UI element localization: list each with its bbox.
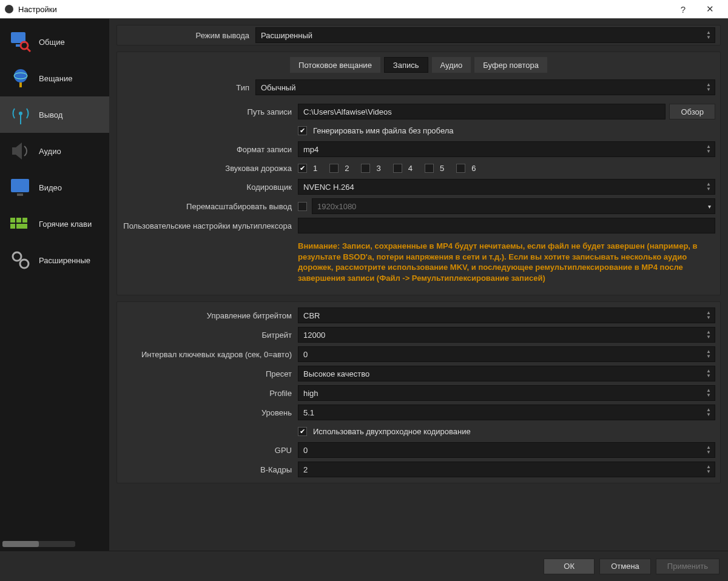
rec-path-label: Путь записи: [122, 107, 298, 116]
level-label: Уровень: [122, 408, 298, 417]
svg-point-4: [14, 69, 27, 82]
track-3-checkbox[interactable]: [361, 164, 370, 173]
recording-panel: Потоковое вещание Запись Аудио Буфер пов…: [116, 52, 721, 295]
rec-format-label: Формат записи: [122, 145, 298, 154]
updown-icon: ▲▼: [704, 28, 713, 42]
svg-rect-12: [16, 218, 21, 223]
sidebar-item-video[interactable]: Видео: [0, 169, 109, 206]
tab-replay-buffer[interactable]: Буфер повтора: [474, 57, 547, 73]
svg-rect-11: [10, 218, 15, 223]
rec-rescale-label: Перемасштабировать вывод: [122, 202, 298, 211]
svg-point-17: [20, 260, 29, 268]
keyint-input[interactable]: 0▲▼: [298, 346, 715, 362]
rec-type-label: Тип: [122, 83, 255, 92]
svg-point-16: [13, 252, 21, 261]
bframes-input[interactable]: 2▲▼: [298, 462, 715, 477]
rec-mux-input[interactable]: [298, 218, 715, 233]
level-combo[interactable]: 5.1▲▼: [298, 405, 715, 420]
content: Режим вывода Расширенный ▲▼ Потоковое ве…: [109, 19, 728, 551]
sidebar-item-label: Видео: [39, 183, 62, 192]
sidebar-item-label: Расширенные: [39, 256, 90, 265]
track-2-checkbox[interactable]: [329, 164, 339, 173]
rec-type-combo[interactable]: Обычный▲▼: [255, 79, 715, 95]
apply-button[interactable]: Применить: [656, 559, 720, 574]
sidebar-item-hotkeys[interactable]: Горячие клави: [0, 206, 109, 242]
preset-label: Пресет: [122, 369, 298, 378]
svg-rect-13: [22, 218, 27, 223]
rec-rescale-combo[interactable]: 1920x1080▾: [312, 198, 715, 214]
monitor-icon: [6, 175, 35, 200]
cancel-button[interactable]: Отмена: [599, 559, 651, 574]
sidebar-item-label: Вывод: [39, 110, 62, 119]
close-button[interactable]: ✕: [696, 4, 723, 15]
encoder-panel: Управление битрейтом CBR▲▼ Битрейт 12000…: [116, 301, 721, 483]
browse-button[interactable]: Обзор: [669, 104, 715, 119]
output-mode-label: Режим вывода: [122, 31, 255, 40]
twopass-checkbox[interactable]: [298, 427, 307, 436]
svg-point-7: [19, 112, 22, 115]
sidebar-item-label: Аудио: [39, 147, 61, 156]
title-bar: Настройки ? ✕: [0, 0, 728, 18]
tab-streaming[interactable]: Потоковое вещание: [290, 57, 380, 73]
sidebar-item-label: Вещание: [39, 74, 73, 83]
svg-rect-9: [11, 179, 29, 192]
svg-rect-6: [19, 82, 22, 87]
mp4-warning: Внимание: Записи, сохраненные в MP4 буду…: [298, 237, 715, 289]
sidebar-item-output[interactable]: Вывод: [0, 96, 109, 133]
bitrate-input[interactable]: 12000▲▼: [298, 327, 715, 343]
rec-format-combo[interactable]: mp4▲▼: [298, 141, 715, 157]
antenna-icon: [6, 102, 35, 127]
sidebar-scrollbar[interactable]: [2, 541, 75, 547]
tab-audio[interactable]: Аудио: [432, 57, 471, 73]
dialog-footer: ОК Отмена Применить: [0, 551, 728, 581]
rec-encoder-combo[interactable]: NVENC H.264▲▼: [298, 179, 715, 195]
bframes-label: B-Кадры: [122, 465, 298, 474]
sidebar-item-stream[interactable]: Вещание: [0, 60, 109, 96]
svg-rect-14: [10, 224, 15, 229]
track-4-checkbox[interactable]: [393, 164, 402, 173]
rate-combo[interactable]: CBR▲▼: [298, 307, 715, 323]
gpu-label: GPU: [122, 446, 298, 455]
app-icon: [5, 5, 13, 13]
chevron-down-icon: ▾: [708, 203, 711, 210]
twopass-label: Использовать двухпроходное кодирование: [313, 427, 471, 436]
svg-rect-10: [17, 193, 23, 196]
ok-button[interactable]: ОК: [544, 559, 595, 574]
tab-recording[interactable]: Запись: [384, 57, 428, 73]
globe-broadcast-icon: [6, 66, 35, 90]
sidebar-item-advanced[interactable]: Расширенные: [0, 242, 109, 278]
sidebar-item-label: Горячие клави: [39, 220, 92, 229]
track-1-checkbox[interactable]: [298, 164, 307, 173]
keyboard-icon: [6, 212, 35, 236]
rec-path-input[interactable]: C:\Users\Alfawise\Videos: [298, 104, 666, 119]
output-tabs: Потоковое вещание Запись Аудио Буфер пов…: [117, 52, 720, 78]
nospace-label: Генерировать имя файла без пробела: [313, 126, 454, 135]
nospace-checkbox[interactable]: [298, 126, 307, 135]
gears-icon: [6, 248, 35, 272]
rec-mux-label: Пользовательские настройки мультиплексор…: [122, 221, 298, 230]
keyint-label: Интервал ключевых кадров (сек, 0=авто): [122, 350, 298, 359]
track-6-checkbox[interactable]: [456, 164, 465, 173]
speaker-icon: [6, 139, 35, 163]
svg-line-3: [27, 48, 30, 52]
monitor-search-icon: [6, 30, 35, 54]
rec-rescale-checkbox[interactable]: [298, 202, 307, 211]
output-mode-panel: Режим вывода Расширенный ▲▼: [116, 25, 721, 45]
sidebar-item-general[interactable]: Общие: [0, 24, 109, 60]
bitrate-label: Битрейт: [122, 331, 298, 340]
gpu-input[interactable]: 0▲▼: [298, 442, 715, 458]
sidebar-item-label: Общие: [39, 38, 65, 47]
profile-label: Profile: [122, 389, 298, 398]
sidebar: Общие Вещание Вывод Аудио Видео: [0, 19, 109, 551]
output-mode-combo[interactable]: Расширенный ▲▼: [255, 27, 715, 43]
help-button[interactable]: ?: [670, 4, 696, 15]
profile-combo[interactable]: high▲▼: [298, 385, 715, 401]
sidebar-item-audio[interactable]: Аудио: [0, 133, 109, 169]
rec-encoder-label: Кодировщик: [122, 183, 298, 192]
svg-rect-15: [16, 224, 27, 229]
rec-tracks-label: Звуковая дорожка: [122, 164, 298, 173]
rate-label: Управление битрейтом: [122, 311, 298, 320]
preset-combo[interactable]: Высокое качество▲▼: [298, 366, 715, 381]
track-5-checkbox[interactable]: [425, 164, 434, 173]
window-title: Настройки: [18, 5, 57, 14]
